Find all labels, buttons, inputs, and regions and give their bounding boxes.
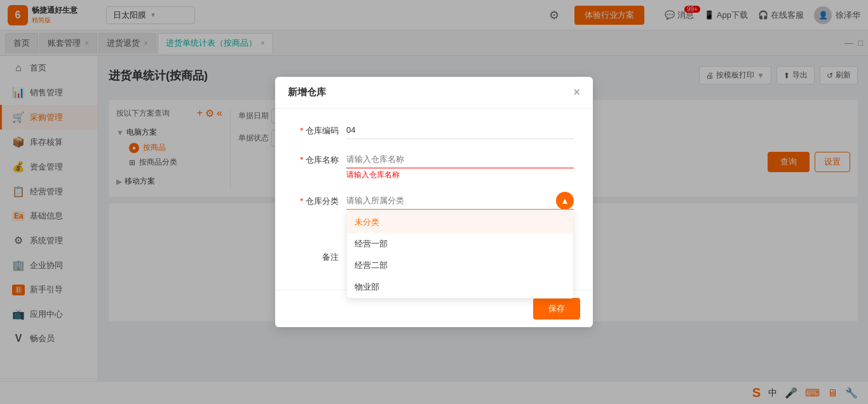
new-warehouse-modal: 新增仓库 × * 仓库编码 * 仓库名称	[275, 77, 593, 327]
dropdown-option-0[interactable]: 未分类	[347, 212, 573, 233]
code-field	[346, 121, 574, 139]
name-label: * 仓库名称	[294, 151, 339, 166]
warehouse-name-input[interactable]	[346, 151, 574, 168]
dropdown-option-1[interactable]: 经营一部	[347, 233, 573, 255]
category-dropdown-toggle[interactable]: ▲	[556, 192, 574, 210]
name-field: 请输入仓库名称	[346, 151, 574, 180]
name-error-msg: 请输入仓库名称	[346, 170, 574, 180]
form-row-category: * 仓库分类 ▲ 未分类 经营一部 经营二部 物业部	[294, 192, 574, 210]
form-row-name: * 仓库名称 请输入仓库名称	[294, 151, 574, 180]
dropdown-option-3[interactable]: 物业部	[347, 276, 573, 298]
remark-label: 备注	[294, 248, 339, 263]
form-row-code: * 仓库编码	[294, 121, 574, 139]
warehouse-code-input[interactable]	[346, 121, 574, 139]
modal-body: * 仓库编码 * 仓库名称 请输入仓库名称	[275, 109, 593, 290]
save-btn[interactable]: 保存	[533, 298, 580, 320]
modal-close-btn[interactable]: ×	[573, 86, 580, 99]
overlay: 新增仓库 × * 仓库编码 * 仓库名称	[0, 0, 868, 404]
modal-header: 新增仓库 ×	[275, 77, 593, 109]
category-label: * 仓库分类	[294, 192, 339, 207]
code-label: * 仓库编码	[294, 121, 339, 137]
dropdown-option-2[interactable]: 经营二部	[347, 255, 573, 276]
modal-title: 新增仓库	[288, 86, 326, 98]
category-dropdown-list: 未分类 经营一部 经营二部 物业部	[346, 211, 574, 299]
warehouse-category-input[interactable]	[346, 192, 574, 210]
category-field: ▲ 未分类 经营一部 经营二部 物业部	[346, 192, 574, 210]
